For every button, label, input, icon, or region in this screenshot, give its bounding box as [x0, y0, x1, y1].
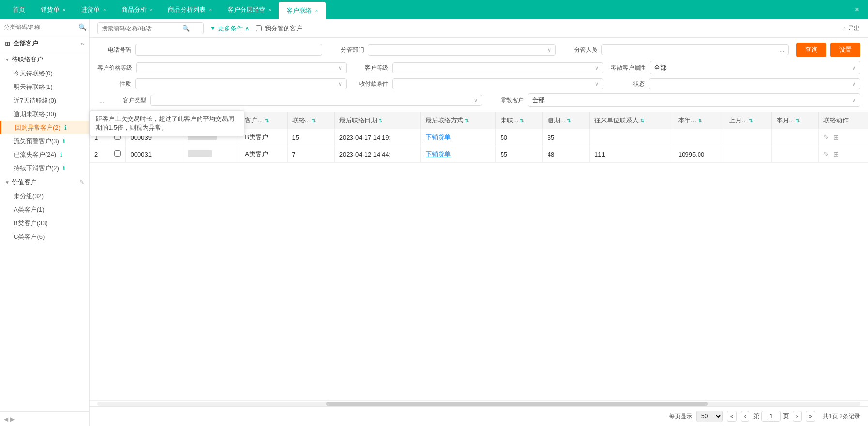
query-button[interactable]: 查询 — [796, 43, 826, 57]
row2-more-icon[interactable]: ⊞ — [833, 150, 839, 158]
nav-tab-sales[interactable]: 销货单 × — [33, 0, 73, 19]
sidebar-next-btn[interactable]: ▶ — [10, 416, 15, 423]
close-tab-customer-tier[interactable]: × — [268, 7, 271, 13]
close-tab-sales[interactable]: × — [62, 7, 65, 13]
search-icon[interactable]: 🔍 — [182, 25, 190, 32]
col-overdue[interactable]: 逾期... ⇅ — [542, 112, 589, 129]
more-conditions-btn[interactable]: ▼ 更多条件 ∧ — [210, 24, 250, 33]
row1-edit-icon[interactable]: ✎ — [823, 133, 829, 141]
gender-select[interactable]: ∨ — [135, 78, 347, 89]
sidebar-item-tomorrow[interactable]: 明天待联络(1) — [0, 80, 89, 94]
row2-contact-count: 7 — [287, 146, 334, 163]
customer-type-select[interactable]: ∨ — [150, 95, 483, 106]
col-uncontacted[interactable]: 未联... ⇅ — [495, 112, 542, 129]
value-group-header[interactable]: ▼ 价值客户 ✎ — [0, 175, 89, 190]
payment-select[interactable]: ∨ — [392, 78, 604, 89]
nav-tab-purchase[interactable]: 进货单 × — [73, 0, 113, 19]
page-size-select[interactable]: 50 100 200 — [696, 411, 723, 422]
last-page-button[interactable]: » — [806, 411, 816, 422]
my-customers-checkbox[interactable] — [256, 25, 262, 31]
prev-page-button[interactable]: ‹ — [741, 411, 749, 422]
more-dots[interactable]: ... — [99, 97, 105, 104]
sidebar-item-ungroup[interactable]: 未分组(32) — [0, 190, 89, 203]
close-tab-customer-contact[interactable]: × — [315, 8, 318, 14]
nav-tab-customer-contact[interactable]: 客户联络 × — [279, 2, 325, 19]
sort-icon-uncontacted[interactable]: ⇅ — [520, 118, 524, 123]
sidebar-item-decline[interactable]: 持续下滑客户(2) ℹ — [0, 162, 89, 175]
category-search-icon[interactable]: 🔍 — [78, 23, 87, 31]
sidebar-item-overdue[interactable]: 逾期未联络(30) — [0, 107, 89, 121]
dept-select[interactable]: ∨ — [368, 44, 555, 56]
close-tab-product-list[interactable]: × — [209, 7, 212, 13]
col-this-year[interactable]: 本年... ⇅ — [673, 112, 724, 129]
row2-edit-icon[interactable]: ✎ — [823, 150, 829, 158]
customer-level-select[interactable]: ∨ — [392, 62, 604, 73]
all-customers-header: ⊞ 全部客户 » — [0, 35, 89, 52]
close-tab-product-analysis[interactable]: × — [150, 7, 152, 13]
row2-overdue: 48 — [542, 146, 589, 163]
sort-icon-level[interactable]: ⇅ — [265, 118, 269, 123]
export-button[interactable]: ↑ 导出 — [843, 24, 861, 33]
scrollbar-track — [97, 402, 860, 406]
sort-icon-method[interactable]: ⇅ — [465, 118, 469, 123]
customer-search-input[interactable] — [102, 25, 179, 32]
col-level[interactable]: 客户... ⇅ — [240, 112, 287, 129]
sort-icon-year[interactable]: ⇅ — [698, 118, 702, 123]
sort-icon-contact-count[interactable]: ⇅ — [312, 118, 316, 123]
scrollbar-thumb[interactable] — [326, 402, 708, 406]
row2-seq: 2 — [90, 146, 109, 163]
sort-icon-last-month[interactable]: ⇅ — [749, 118, 753, 123]
sidebar-item-lost-warning[interactable]: 流失预警客户(3) ℹ — [0, 134, 89, 148]
close-tab-purchase[interactable]: × — [103, 7, 106, 13]
filter-row-2: 客户价格等级 ∨ 客户等级 ∨ 零散客户属性 全部 — [97, 61, 860, 74]
row2-checkbox[interactable] — [114, 150, 121, 157]
sidebar-item-c-class[interactable]: C类客户(6) — [0, 230, 89, 244]
sidebar-item-b-class[interactable]: B类客户(33) — [0, 217, 89, 230]
row1-last-method[interactable]: 下销货单 — [420, 129, 495, 146]
retail-customer-field: 零散客户 全部 ∨ — [490, 93, 860, 107]
sort-icon-overdue[interactable]: ⇅ — [567, 118, 571, 123]
row2-checkbox-cell[interactable] — [109, 146, 125, 163]
col-this-month[interactable]: 本月... ⇅ — [771, 112, 818, 129]
category-search-input[interactable] — [4, 24, 76, 30]
col-last-month[interactable]: 上月... ⇅ — [724, 112, 771, 129]
manager-select[interactable]: ... — [601, 44, 789, 55]
status-select[interactable]: ∨ — [649, 78, 860, 89]
nav-tab-customer-tier[interactable]: 客户分层经营 × — [220, 0, 279, 19]
sort-icon-contacts[interactable]: ⇅ — [640, 118, 644, 123]
col-last-contact-method[interactable]: 最后联络方式 ⇅ — [420, 112, 495, 129]
retail-customer-select[interactable]: 全部 ∨ — [528, 93, 860, 107]
settings-button[interactable]: 设置 — [830, 43, 860, 57]
sidebar-item-repurchase-anomaly[interactable]: 回购异常客户(2) ℹ — [0, 121, 89, 134]
first-page-button[interactable]: « — [727, 411, 737, 422]
row1-more-icon[interactable]: ⊞ — [833, 133, 839, 141]
horizontal-scrollbar[interactable] — [90, 400, 868, 406]
top-navigation: 首页 销货单 × 进货单 × 商品分析 × 商品分析列表 × 客户分层经营 × … — [0, 0, 868, 19]
sidebar-collapse-icon[interactable]: » — [81, 40, 84, 47]
sidebar-item-a-class[interactable]: A类客户(1) — [0, 203, 89, 217]
nav-tab-product-analysis[interactable]: 商品分析 × — [114, 0, 160, 19]
sidebar-item-today[interactable]: 今天待联络(0) — [0, 67, 89, 80]
sidebar-prev-btn[interactable]: ◀ — [4, 416, 8, 423]
next-page-button[interactable]: › — [793, 411, 802, 422]
nav-tab-home[interactable]: 首页 — [5, 0, 33, 19]
row2-last-method[interactable]: 下销货单 — [420, 146, 495, 163]
sidebar-item-lost[interactable]: 已流失客户(24) ℹ — [0, 148, 89, 162]
sidebar-item-7days[interactable]: 近7天待联络(0) — [0, 94, 89, 107]
page-number-input[interactable] — [761, 411, 781, 422]
pagination-bar: 每页显示 50 100 200 « ‹ 第 页 › » 共1页 2条记录 — [90, 406, 868, 426]
retail-attr-select[interactable]: 全部 ∨ — [650, 61, 860, 74]
phone-input[interactable] — [135, 44, 322, 56]
row1-this-month — [771, 129, 818, 146]
value-group-edit-icon[interactable]: ✎ — [79, 179, 84, 186]
price-level-select[interactable]: ∨ — [136, 62, 347, 73]
col-contact-count[interactable]: 联络... ⇅ — [287, 112, 334, 129]
sort-icon-date[interactable]: ⇅ — [379, 118, 382, 123]
col-last-contact-date[interactable]: 最后联络日期 ⇅ — [334, 112, 420, 129]
nav-tab-product-list[interactable]: 商品分析列表 × — [160, 0, 219, 19]
filter-buttons: 查询 设置 — [796, 43, 860, 57]
pending-section-header[interactable]: ▼ 待联络客户 — [0, 52, 89, 67]
col-contacts-person[interactable]: 往来单位联系人 ⇅ — [590, 112, 673, 129]
window-close-button[interactable]: × — [851, 5, 863, 14]
sort-icon-this-month[interactable]: ⇅ — [796, 118, 800, 123]
